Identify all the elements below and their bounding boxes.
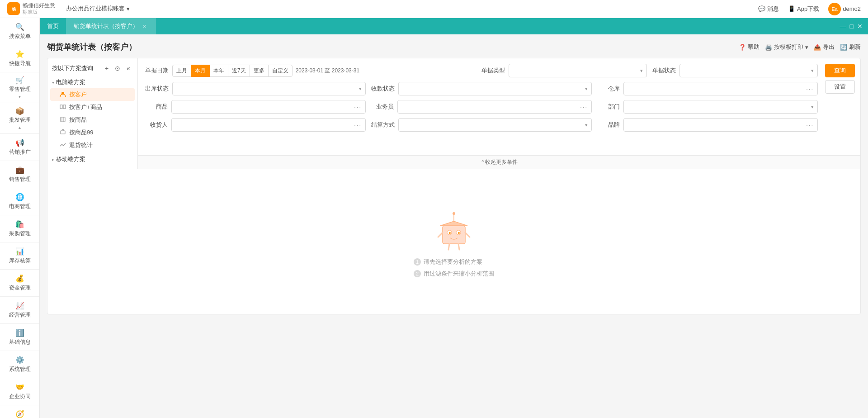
scheme-section-mobile-header[interactable]: ▸ 移动端方案	[50, 153, 135, 165]
salesperson-control[interactable]: ···	[397, 100, 592, 114]
sidebar-item-ecommerce[interactable]: 🌐 电商管理	[0, 188, 39, 215]
filter-area: 单据日期 上月 本月 本年 近7天 更多 自定义	[138, 58, 825, 155]
basic-icon: ℹ️	[15, 328, 24, 337]
payment-status-control[interactable]	[398, 82, 592, 95]
tab-sales-stats[interactable]: 销货单统计表（按客户） ✕	[66, 18, 156, 34]
header-right: 💬 消息 📱 App下载 Ea demo2	[758, 3, 861, 15]
content-card: 按以下方案查询 + ⊙ « ▾ 电脑端方案	[47, 58, 861, 314]
salesperson-label: 业务员	[371, 103, 394, 111]
filter-row-2: 出库状态 收款状态	[145, 82, 818, 95]
empty-state: 1 请先选择要分析的方案 2 用过滤条件来缩小分析范围	[47, 169, 860, 314]
retail-arrow: ▾	[19, 94, 21, 99]
sidebar-item-marketing[interactable]: 📢 营销推广	[0, 134, 39, 161]
header-left: 畅 畅捷信好生意 标准版 办公用品行业模拟账套 ▾	[7, 2, 130, 15]
sidebar: 🔍 搜索菜单 ⭐ 快捷导航 🛒 零售管理 ▾ 📦 批发管理 ▴ 📢 营销推广 💼…	[0, 18, 40, 418]
scheme-item-by-product[interactable]: 按商品	[50, 114, 135, 126]
export-button[interactable]: 📤 导出	[814, 43, 835, 51]
sidebar-label-basic: 基础信息	[9, 338, 31, 346]
workspace-name: 办公用品行业模拟账套	[66, 5, 125, 13]
sidebar-item-basic[interactable]: ℹ️ 基础信息	[0, 324, 39, 351]
sidebar-label-wholesale: 批发管理	[9, 116, 31, 124]
message-button[interactable]: 💬 消息	[758, 5, 779, 13]
sidebar-label-purchase: 采购管理	[9, 230, 31, 238]
filter-row-3: 商品 ··· 业务员 ···	[145, 100, 818, 114]
payment-status-arrow	[585, 86, 588, 92]
scheme-collapse-button[interactable]: «	[124, 64, 133, 73]
scheme-item-product-99[interactable]: 按商品99	[50, 126, 135, 139]
search-button[interactable]: 查询	[825, 64, 855, 77]
print-arrow: ▾	[805, 44, 808, 51]
settings-button[interactable]: 设置	[825, 80, 855, 94]
filter-group-department: 部门	[597, 100, 818, 114]
department-control[interactable]	[623, 100, 818, 114]
tab-maximize-button[interactable]: □	[850, 23, 854, 30]
date-tab-custom[interactable]: 自定义	[268, 65, 292, 77]
tab-home-label: 首页	[47, 22, 59, 30]
sidebar-item-retail[interactable]: 🛒 零售管理 ▾	[0, 72, 39, 103]
scheme-settings-button[interactable]: ⊙	[113, 64, 122, 73]
date-tab-this-month[interactable]: 本月	[191, 65, 210, 77]
scheme-add-button[interactable]: +	[102, 64, 111, 73]
scheme-item-customer-product[interactable]: 按客户+商品	[50, 101, 135, 114]
sidebar-item-operations[interactable]: 📈 经营管理	[0, 297, 39, 324]
scheme-item-return-stats[interactable]: 退货统计	[50, 139, 135, 152]
sidebar-item-system[interactable]: ⚙️ 系统管理	[0, 351, 39, 378]
warehouse-dots: ···	[806, 86, 814, 92]
user-area[interactable]: Ea demo2	[828, 3, 861, 15]
receiver-control[interactable]: ···	[171, 118, 366, 132]
marketing-icon: 📢	[15, 138, 24, 147]
refresh-button[interactable]: 🔄 刷新	[840, 43, 861, 51]
app-download-button[interactable]: 📱 App下载	[788, 5, 819, 13]
sidebar-item-wholesale[interactable]: 📦 批发管理 ▴	[0, 103, 39, 134]
template-print-button[interactable]: 🖨️ 按模板打印 ▾	[765, 43, 808, 51]
filter-group-salesperson: 业务员 ···	[371, 100, 592, 114]
sidebar-label-finance: 资金管理	[9, 284, 31, 292]
page-title: 销货单统计表（按客户）	[47, 42, 137, 52]
order-type-control[interactable]	[509, 64, 647, 77]
brand-dots: ···	[806, 122, 814, 128]
out-status-label: 出库状态	[145, 85, 169, 93]
sidebar-item-sales[interactable]: 💼 销售管理	[0, 161, 39, 188]
date-tab-7days[interactable]: 近7天	[228, 65, 250, 77]
collapse-up-icon: ⌃	[481, 159, 485, 166]
wholesale-arrow: ▴	[19, 125, 21, 130]
payment-method-control[interactable]	[398, 118, 592, 132]
sidebar-label-enterprise: 企业协同	[9, 393, 31, 400]
tab-minimize-button[interactable]: —	[840, 23, 846, 30]
empty-step-2-text: 用过滤条件来缩小分析范围	[424, 270, 494, 278]
date-tab-this-year[interactable]: 本年	[209, 65, 228, 77]
tab-bar: 首页 销货单统计表（按客户） ✕ — □ ✕	[40, 18, 868, 34]
out-status-control[interactable]	[172, 82, 366, 95]
scheme-item-by-customer[interactable]: 按客户	[50, 88, 135, 101]
sidebar-item-guide[interactable]: 🧭 新手引导	[0, 405, 39, 418]
sidebar-nav[interactable]: ⭐ 快捷导航	[0, 45, 39, 72]
sidebar-item-inventory[interactable]: 📊 库存核算	[0, 242, 39, 270]
date-tab-more[interactable]: 更多	[250, 65, 269, 77]
tab-sales-stats-close[interactable]: ✕	[141, 23, 148, 30]
product-control[interactable]: ···	[171, 100, 366, 114]
warehouse-control[interactable]: ···	[623, 82, 818, 95]
date-range-display: 2023-03-01 至 2023-03-31	[296, 67, 359, 75]
date-tab-last-month[interactable]: 上月	[172, 65, 191, 77]
sidebar-item-enterprise[interactable]: 🤝 企业协同	[0, 378, 39, 405]
help-button[interactable]: ❓ 帮助	[739, 43, 760, 51]
svg-rect-4	[63, 105, 66, 109]
svg-line-16	[448, 244, 449, 250]
collapse-bar[interactable]: ⌃ 收起更多条件	[138, 155, 860, 169]
payment-method-arrow	[585, 122, 588, 128]
order-status-control[interactable]	[679, 64, 818, 77]
filter-group-payment-method: 结算方式	[371, 118, 592, 132]
brand-control[interactable]: ···	[623, 118, 818, 132]
workspace-selector[interactable]: 办公用品行业模拟账套 ▾	[66, 5, 130, 13]
app-download-label: App下载	[797, 5, 819, 13]
sidebar-search[interactable]: 🔍 搜索菜单	[0, 18, 39, 45]
tab-home[interactable]: 首页	[40, 18, 66, 34]
sidebar-item-finance[interactable]: 💰 资金管理	[0, 270, 39, 297]
date-tabs: 上月 本月 本年 近7天 更多 自定义	[172, 65, 292, 77]
sidebar-item-purchase[interactable]: 🛍️ 采购管理	[0, 215, 39, 242]
workspace-arrow: ▾	[127, 5, 130, 12]
tab-close-button[interactable]: ✕	[857, 23, 863, 30]
filter-layout: 按以下方案查询 + ⊙ « ▾ 电脑端方案	[47, 58, 860, 169]
scheme-section-desktop-header[interactable]: ▾ 电脑端方案	[50, 76, 135, 88]
department-arrow	[811, 104, 814, 110]
